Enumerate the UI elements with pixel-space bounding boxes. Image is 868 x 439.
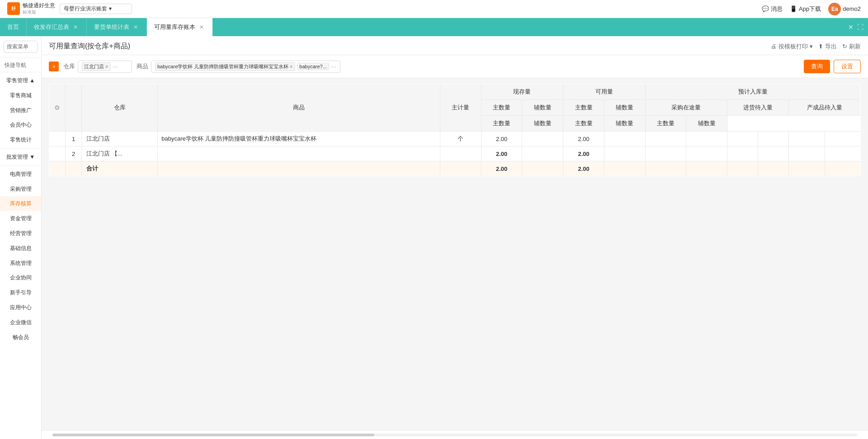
filter-expand-btn[interactable]: » [49, 61, 59, 71]
warehouse-label: 仓库 [63, 62, 75, 71]
warehouse-more-icon[interactable]: ··· [113, 63, 118, 70]
sidebar-item-inventory-check[interactable]: 库存核算 [0, 196, 41, 211]
sidebar-item-system-mgmt[interactable]: 系统管理 [0, 256, 41, 271]
logo-area: 好 畅捷通好生意 标准版 [7, 2, 55, 15]
search-menu-btn[interactable]: 搜索菜单 [4, 41, 38, 53]
app-download-btn[interactable]: 📱 App下载 [790, 5, 821, 13]
sidebar-search: 搜索菜单 [0, 36, 41, 58]
sidebar-item-ecommerce-mgmt[interactable]: 电商管理 [0, 167, 41, 182]
tab-close-income-summary[interactable]: ✕ [72, 24, 79, 31]
refresh-btn[interactable]: ↻ 刷新 [842, 42, 861, 51]
cell-avail-main-2: 2.00 [563, 146, 604, 161]
product-tag-1-close[interactable]: ✕ [289, 64, 293, 69]
total-current-aux [522, 161, 563, 176]
th-product-pending-aux: 辅数量 [686, 116, 727, 132]
logo-text: 畅捷通好生意 标准版 [23, 2, 55, 15]
cell-pending-main-2 [727, 146, 758, 161]
sidebar-divider-2 [0, 148, 41, 149]
total-product-pending-aux [825, 161, 860, 176]
cell-current-aux-1 [522, 132, 563, 146]
sidebar-item-member[interactable]: 畅会员 [0, 330, 41, 345]
th-current-stock: 现存量 [481, 84, 563, 100]
sidebar-item-app-center[interactable]: 应用中心 [0, 300, 41, 315]
cell-current-main-1: 2.00 [481, 132, 522, 146]
product-more-icon[interactable]: ··· [331, 63, 336, 70]
cell-settings-1 [49, 132, 66, 146]
gear-icon[interactable]: ⚙ [54, 104, 60, 111]
tab-close-order-stats[interactable]: ✕ [132, 24, 139, 31]
sidebar-item-retail-mall[interactable]: 零售商城 [0, 88, 41, 103]
sidebar-item-finance-mgmt[interactable]: 资金管理 [0, 211, 41, 226]
template-print-btn[interactable]: 🖨 按模板打印 ▾ [771, 42, 813, 51]
app-icon: 📱 [790, 5, 797, 12]
cell-pending-aux-1 [758, 132, 789, 146]
export-btn[interactable]: ⬆ 导出 [818, 42, 837, 51]
th-product-pending-main: 主数量 [645, 116, 686, 132]
th-available-qty: 可用量 [563, 84, 645, 100]
warehouse-tag: 江北门店 ✕ [82, 62, 111, 71]
cell-settings-2 [49, 146, 66, 161]
cell-avail-aux-2 [604, 146, 645, 161]
tab-close-available-stock[interactable]: ✕ [198, 24, 205, 31]
tab-bar-end: ✕ ⛶ [844, 18, 868, 36]
tab-close-all-icon[interactable]: ✕ [848, 24, 854, 31]
cell-transit-aux-2 [686, 146, 727, 161]
th-purchase-pending-aux: 辅数量 [604, 116, 645, 132]
sidebar-item-retail-stats[interactable]: 零售统计 [0, 132, 41, 147]
cell-unit-1: 个 [440, 132, 481, 146]
table-area: ⚙ 仓库 商品 主计量 现存量 可用量 预计入库量 主数量 辅数量 主数量 [42, 78, 868, 430]
total-row: 合计 2.00 2.00 [49, 161, 861, 176]
th-forecast-inbound: 预计入库量 [645, 84, 860, 100]
sidebar-item-member-center[interactable]: 会员中心 [0, 118, 41, 132]
tab-home[interactable]: 首页 [0, 18, 27, 36]
th-settings: ⚙ [49, 84, 66, 132]
store-selector[interactable]: 母婴行业演示账套 ▾ [60, 4, 132, 14]
content-header: 可用量查询(按仓库+商品) 🖨 按模板打印 ▾ ⬆ 导出 ↻ 刷新 [42, 36, 868, 55]
cell-no-1: 1 [66, 132, 82, 146]
warehouse-filter: 仓库 江北门店 ✕ ··· [63, 61, 132, 73]
sidebar-item-enterprise-collab[interactable]: 企业协同 [0, 270, 41, 285]
sidebar-item-wholesale-mgmt[interactable]: 批发管理 ▼ [0, 150, 41, 165]
horizontal-scrollbar-thumb[interactable] [52, 434, 374, 436]
message-btn[interactable]: 💬 消息 [762, 5, 783, 13]
sidebar: 搜索菜单 快捷导航 零售管理 ▲ 零售商城 营销推广 会员中心 零售统计 批发管… [0, 36, 42, 439]
tab-available-stock[interactable]: 可用量库存账本 ✕ [147, 18, 212, 36]
refresh-icon: ↻ [842, 43, 847, 50]
bottom-bar [42, 430, 868, 439]
sidebar-item-marketing[interactable]: 营销推广 [0, 103, 41, 118]
th-warehouse: 仓库 [82, 84, 158, 132]
sidebar-item-enterprise-wechat[interactable]: 企业微信 [0, 315, 41, 330]
top-bar-right: 💬 消息 📱 App下载 Ea demo2 [762, 3, 861, 15]
sidebar-item-purchase-mgmt[interactable]: 采购管理 [0, 182, 41, 197]
tab-fullscreen-icon[interactable]: ⛶ [857, 24, 863, 31]
tab-order-stats[interactable]: 要货单统计表 ✕ [87, 18, 147, 36]
cell-transit-main-1 [645, 132, 686, 146]
total-no [66, 161, 82, 176]
sidebar-divider-1 [0, 72, 41, 72]
cell-product-pending-main-2 [789, 146, 825, 161]
quick-nav-label[interactable]: 快捷导航 [0, 58, 41, 71]
cell-avail-aux-1 [604, 132, 645, 146]
sidebar-item-basic-info[interactable]: 基础信息 [0, 241, 41, 256]
user-profile[interactable]: Ea demo2 [828, 3, 861, 15]
table-row: 1 江北门店 babycare学饮杯 儿童防摔防撞吸管杯重力球吸嘴杯宝宝水杯 个… [49, 132, 861, 146]
settings-btn[interactable]: 设置 [834, 60, 861, 73]
filter-actions: 查询 设置 [804, 60, 861, 73]
th-current-stock-aux: 辅数量 [522, 100, 563, 116]
sidebar-item-new-guide[interactable]: 新手引导 [0, 285, 41, 300]
warehouse-tag-close[interactable]: ✕ [105, 64, 108, 69]
product-input[interactable]: babycare学饮杯 儿童防摔防撞吸管杯重力球吸嘴杯宝宝水杯 ✕ babyca… [151, 61, 340, 73]
sidebar-item-ops-mgmt[interactable]: 经营管理 [0, 226, 41, 241]
horizontal-scrollbar-track[interactable] [52, 434, 857, 436]
cell-product-pending-main-1 [789, 132, 825, 146]
tab-income-summary[interactable]: 收发存汇总表 ✕ [27, 18, 87, 36]
th-purchase-transit-main: 主数量 [481, 116, 522, 132]
cell-product-pending-aux-1 [825, 132, 860, 146]
cell-product-2 [158, 146, 440, 161]
total-transit-main [645, 161, 686, 176]
sidebar-divider-3 [0, 165, 41, 166]
tab-bar: 首页 收发存汇总表 ✕ 要货单统计表 ✕ 可用量库存账本 ✕ ✕ ⛶ [0, 18, 868, 36]
warehouse-input[interactable]: 江北门店 ✕ ··· [78, 61, 132, 73]
sidebar-item-retail-mgmt[interactable]: 零售管理 ▲ [0, 73, 41, 88]
query-btn[interactable]: 查询 [804, 60, 830, 73]
